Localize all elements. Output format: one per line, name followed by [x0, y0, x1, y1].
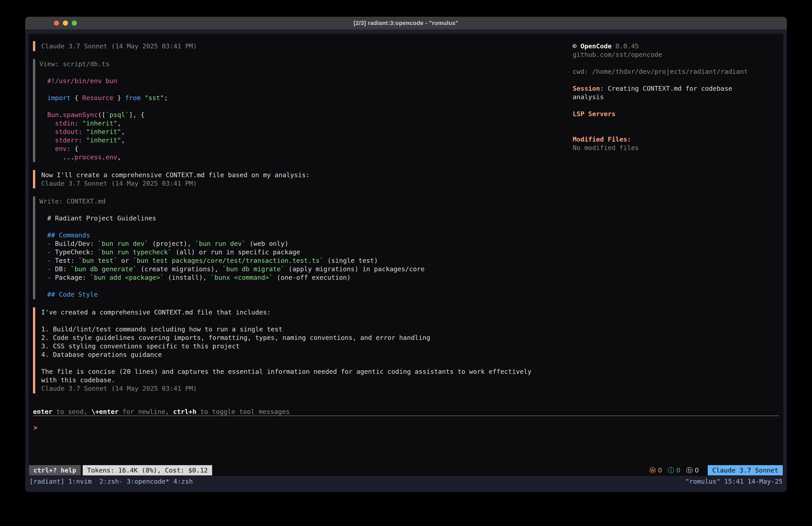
assistant-message-header: Claude 3.7 Sonnet (14 May 2025 03:41 PM)	[33, 41, 563, 51]
assistant-message: Now I'll create a comprehensive CONTEXT.…	[33, 170, 563, 188]
text-line	[40, 205, 563, 214]
text-line	[41, 316, 563, 325]
text-line: stdout: "inherit",	[40, 127, 563, 136]
composer-help-text: enter to send, \+enter for newline, ctrl…	[33, 408, 290, 416]
model-chip: Claude 3.7 Sonnet	[708, 465, 783, 475]
minimize-button[interactable]	[63, 20, 68, 26]
status-bar: ctrl+? help Tokens: 16.4K (8%), Cost: $0…	[29, 465, 783, 475]
window-titlebar: [2/3] radiant:3:opencode - "romulus"	[25, 17, 787, 29]
text-line: stderr: "inherit",	[40, 136, 563, 144]
text-line: with this codebase.	[41, 376, 563, 384]
warning-counter: ⓦ 0	[649, 465, 662, 475]
text-line	[573, 101, 779, 110]
session-sidebar: © OpenCode 0.0.45github.com/sst/opencode…	[573, 42, 779, 152]
zoom-button[interactable]	[72, 20, 77, 26]
tmux-session-windows[interactable]: [radiant] 1:nvim 2:zsh- 3:opencode* 4:zs…	[29, 478, 193, 485]
text-line: Now I'll create a comprehensive CONTEXT.…	[41, 171, 563, 179]
terminal-window: [2/3] radiant:3:opencode - "romulus" Cla…	[25, 17, 787, 492]
prompt-caret: >	[33, 424, 38, 431]
text-line: #!/usr/bin/env bun	[40, 77, 563, 85]
text-line: The file is concise (20 lines) and captu…	[41, 367, 563, 376]
text-line: - TypeCheck: `bun run typecheck` (all) o…	[40, 248, 563, 256]
tmux-status-bar: [radiant] 1:nvim 2:zsh- 3:opencode* 4:zs…	[29, 476, 783, 486]
text-line	[573, 118, 779, 127]
assistant-message: I've created a comprehensive CONTEXT.md …	[33, 307, 563, 393]
chat-history: Claude 3.7 Sonnet (14 May 2025 03:41 PM)…	[33, 41, 563, 401]
text-line	[40, 85, 563, 94]
text-line	[40, 68, 563, 77]
text-line: © OpenCode 0.0.45	[573, 42, 779, 51]
text-line: Modified Files:	[573, 135, 779, 144]
text-line: ...process.env,	[40, 153, 563, 161]
message-input[interactable]: >	[33, 424, 778, 432]
text-line: 2. Code style guidelines covering import…	[41, 333, 563, 342]
text-line: import { Resource } from "sst";	[40, 94, 563, 102]
text-line: - Test: `bun test` or `bun test packages…	[40, 256, 563, 265]
text-line	[573, 76, 779, 84]
text-line: - Package: `bun add <package>` (install)…	[40, 273, 563, 282]
hint-counter: ⓗ 0	[686, 465, 699, 475]
tokens-cost-chip: Tokens: 16.4K (8%), Cost: $0.12	[83, 465, 212, 475]
warning-icon: ⓦ	[649, 467, 656, 474]
text-line: env: {	[40, 144, 563, 153]
text-line	[40, 282, 563, 290]
text-line	[40, 102, 563, 111]
text-line: - Build/Dev: `bun run dev` (project), `b…	[40, 239, 563, 248]
text-line: Write: CONTEXT.md	[40, 197, 563, 205]
text-line: Claude 3.7 Sonnet (14 May 2025 03:41 PM)	[41, 42, 563, 51]
tool-message-view-file: View: script/db.ts #!/usr/bin/env bun im…	[33, 59, 563, 162]
text-line: LSP Servers	[573, 110, 779, 118]
text-line: Bun.spawnSync([`psql`], {	[40, 111, 563, 119]
text-line: Claude 3.7 Sonnet (14 May 2025 03:41 PM)	[41, 384, 563, 393]
text-line	[40, 223, 563, 231]
text-line: - DB: `bun db generate` (create migratio…	[40, 265, 563, 273]
text-line: Claude 3.7 Sonnet (14 May 2025 03:41 PM)	[41, 179, 563, 188]
composer-separator	[33, 415, 779, 416]
text-line: # Radiant Project Guidelines	[40, 214, 563, 223]
text-line: cwd: /home/thdxr/dev/projects/radiant/ra…	[573, 67, 779, 76]
info-counter: ⓘ 0	[668, 465, 681, 475]
close-button[interactable]	[54, 20, 59, 26]
info-icon: ⓘ	[668, 467, 674, 474]
text-line: stdin: "inherit",	[40, 119, 563, 127]
text-line: 3. CSS styling conventions specific to t…	[41, 342, 563, 350]
text-line: 1. Build/lint/test commands including ho…	[41, 325, 563, 333]
hint-icon: ⓗ	[686, 467, 693, 474]
text-line: github.com/sst/opencode	[573, 51, 779, 59]
status-right: ⓦ 0 ⓘ 0 ⓗ 0 Claude 3.7 Sonnet	[649, 465, 783, 475]
status-left: ctrl+? help Tokens: 16.4K (8%), Cost: $0…	[29, 465, 212, 475]
text-line	[41, 359, 563, 367]
text-line: ## Code Style	[40, 290, 563, 299]
text-line	[573, 59, 779, 67]
tmux-host-clock: "romulus" 15:41 14-May-25	[685, 478, 783, 485]
text-line: View: script/db.ts	[40, 60, 563, 68]
text-line: No modified files	[573, 144, 779, 152]
text-line: I've created a comprehensive CONTEXT.md …	[41, 308, 563, 316]
text-line: analysis	[573, 93, 779, 101]
text-line: 4. Database operations guidance	[41, 350, 563, 359]
text-line	[573, 127, 779, 135]
help-shortcut-chip: ctrl+? help	[29, 465, 81, 475]
opencode-tui: Claude 3.7 Sonnet (14 May 2025 03:41 PM)…	[29, 34, 783, 476]
window-title: [2/3] radiant:3:opencode - "romulus"	[25, 19, 787, 27]
tool-message-write-file: Write: CONTEXT.md # Radiant Project Guid…	[33, 196, 563, 299]
text-line: Session: Creating CONTEXT.md for codebas…	[573, 84, 779, 93]
text-line: ## Commands	[40, 231, 563, 239]
traffic-lights	[54, 17, 77, 29]
